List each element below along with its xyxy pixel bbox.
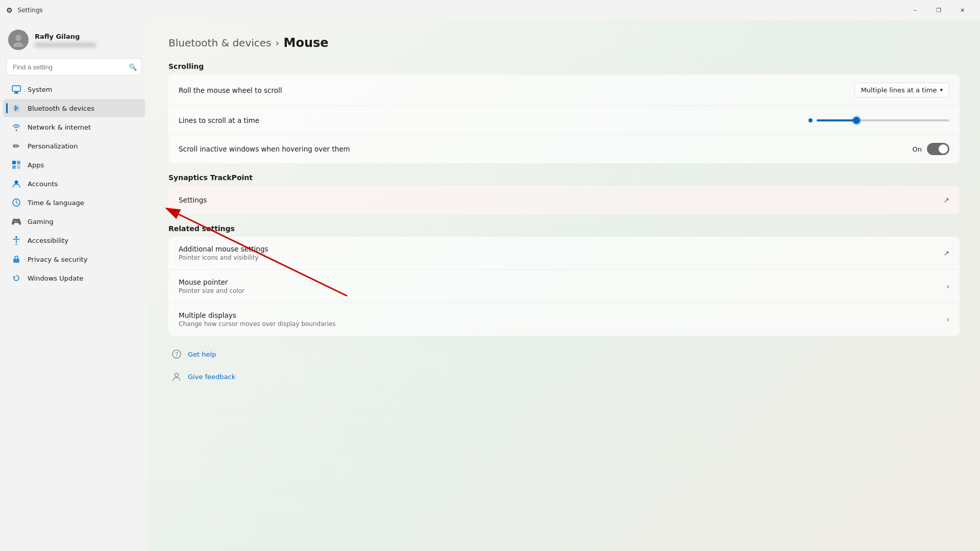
breadcrumb: Bluetooth & devices › Mouse (168, 36, 960, 50)
give-feedback-icon (170, 370, 183, 383)
mouse-pointer-label: Mouse pointer (179, 278, 244, 286)
svg-rect-6 (12, 161, 16, 164)
sidebar-item-apps[interactable]: Apps (3, 156, 145, 174)
dropdown-value: Multiple lines at a time (861, 86, 937, 94)
synaptics-card: Settings ↗ (168, 186, 960, 214)
restore-button[interactable]: ❐ (927, 2, 950, 18)
section-header-related: Related settings (168, 224, 960, 233)
synaptics-settings-row[interactable]: Settings ↗ (168, 186, 960, 214)
give-feedback-label: Give feedback (188, 373, 235, 381)
svg-point-0 (15, 35, 21, 41)
roll-wheel-dropdown[interactable]: Multiple lines at a time ▾ (854, 83, 949, 97)
sidebar-item-bluetooth[interactable]: Bluetooth & devices (3, 99, 145, 117)
scroll-inactive-label: Scroll inactive windows when hovering ov… (179, 145, 350, 153)
scroll-inactive-toggle[interactable] (927, 143, 949, 155)
minimize-button[interactable]: − (903, 2, 927, 18)
sidebar-item-label-system: System (28, 86, 52, 93)
breadcrumb-current: Mouse (284, 36, 329, 50)
system-icon (11, 84, 21, 94)
svg-point-10 (15, 181, 18, 184)
sidebar-item-gaming[interactable]: 🎮 Gaming (3, 212, 145, 231)
time-icon (11, 197, 21, 208)
network-icon (11, 122, 21, 132)
user-name: Rafly Gilang (35, 33, 96, 40)
lines-scroll-slider[interactable] (817, 119, 949, 121)
additional-mouse-sub: Pointer icons and visibility (179, 254, 268, 261)
scrolling-card: Roll the mouse wheel to scroll Multiple … (168, 74, 960, 163)
sidebar-item-label-privacy: Privacy & security (28, 256, 87, 263)
search-input[interactable] (6, 58, 142, 76)
additional-mouse-row[interactable]: Additional mouse settings Pointer icons … (168, 237, 960, 270)
titlebar-controls: − ❐ ✕ (903, 2, 974, 18)
additional-mouse-label: Additional mouse settings (179, 245, 268, 253)
lines-scroll-label: Lines to scroll at a time (179, 116, 259, 124)
sidebar-item-label-accounts: Accounts (28, 180, 58, 188)
multiple-displays-label: Multiple displays (179, 311, 335, 319)
svg-point-12 (15, 236, 17, 238)
sidebar-item-time[interactable]: Time & language (3, 193, 145, 212)
get-help-icon: ? (170, 348, 183, 360)
svg-rect-2 (12, 86, 20, 91)
sidebar-item-label-gaming: Gaming (28, 218, 54, 226)
close-button[interactable]: ✕ (950, 2, 974, 18)
bottom-links: ? Get help Give feedback (168, 344, 960, 387)
section-header-scrolling: Scrolling (168, 62, 960, 70)
roll-wheel-control: Multiple lines at a time ▾ (854, 83, 949, 97)
update-icon (11, 273, 21, 283)
mouse-pointer-sub: Pointer size and color (179, 287, 244, 294)
sidebar-nav: System Bluetooth & devices (0, 80, 148, 288)
gaming-icon: 🎮 (11, 216, 21, 227)
sidebar-item-label-network: Network & internet (28, 123, 91, 131)
multiple-displays-text: Multiple displays Change how cursor move… (179, 311, 335, 328)
sidebar-item-label-bluetooth: Bluetooth & devices (28, 105, 94, 112)
bluetooth-icon (11, 103, 21, 113)
svg-rect-4 (14, 93, 19, 94)
give-feedback-link[interactable]: Give feedback (168, 366, 960, 387)
app-icon: ⚙ (6, 6, 13, 14)
svg-rect-3 (15, 92, 18, 93)
sidebar-item-label-time: Time & language (28, 199, 84, 207)
user-info: Rafly Gilang (35, 33, 96, 47)
get-help-label: Get help (188, 350, 216, 358)
titlebar-left: ⚙ Settings (6, 6, 43, 14)
svg-rect-13 (13, 259, 19, 263)
sidebar-item-network[interactable]: Network & internet (3, 118, 145, 136)
sidebar-item-label-accessibility: Accessibility (28, 237, 68, 244)
accounts-icon (11, 179, 21, 189)
avatar (8, 30, 29, 50)
sidebar-item-accounts[interactable]: Accounts (3, 174, 145, 193)
sidebar-item-privacy[interactable]: Privacy & security (3, 250, 145, 268)
slider-thumb (853, 117, 860, 124)
synaptics-settings-label: Settings (179, 196, 207, 204)
user-email (35, 42, 96, 47)
search-box: 🔍 (6, 58, 142, 76)
apps-icon (11, 160, 21, 170)
accessibility-icon (11, 235, 21, 245)
sidebar-item-label-update: Windows Update (28, 274, 83, 282)
svg-text:?: ? (175, 351, 178, 358)
sidebar: Rafly Gilang 🔍 System (0, 20, 148, 551)
chevron-down-icon: ▾ (940, 87, 943, 93)
sidebar-item-personalization[interactable]: ✏️ Personalization (3, 137, 145, 155)
toggle-knob (939, 144, 948, 154)
user-section[interactable]: Rafly Gilang (0, 24, 148, 58)
sidebar-item-accessibility[interactable]: Accessibility (3, 231, 145, 249)
sidebar-item-update[interactable]: Windows Update (3, 269, 145, 287)
content-area: Bluetooth & devices › Mouse Scrolling Ro… (148, 20, 980, 551)
breadcrumb-parent[interactable]: Bluetooth & devices (168, 37, 272, 49)
breadcrumb-separator: › (276, 37, 280, 49)
sidebar-item-system[interactable]: System (3, 80, 145, 98)
svg-rect-7 (17, 161, 20, 164)
scroll-inactive-row: Scroll inactive windows when hovering ov… (168, 135, 960, 163)
svg-point-1 (13, 42, 23, 47)
lines-scroll-row: Lines to scroll at a time (168, 106, 960, 135)
roll-wheel-row: Roll the mouse wheel to scroll Multiple … (168, 74, 960, 106)
svg-point-18 (175, 373, 179, 377)
mouse-pointer-row[interactable]: Mouse pointer Pointer size and color › (168, 270, 960, 303)
svg-rect-9 (17, 165, 20, 169)
related-settings-card: Additional mouse settings Pointer icons … (168, 237, 960, 336)
svg-rect-8 (12, 165, 16, 169)
multiple-displays-row[interactable]: Multiple displays Change how cursor move… (168, 303, 960, 336)
get-help-link[interactable]: ? Get help (168, 344, 960, 364)
app-body: Rafly Gilang 🔍 System (0, 20, 980, 551)
